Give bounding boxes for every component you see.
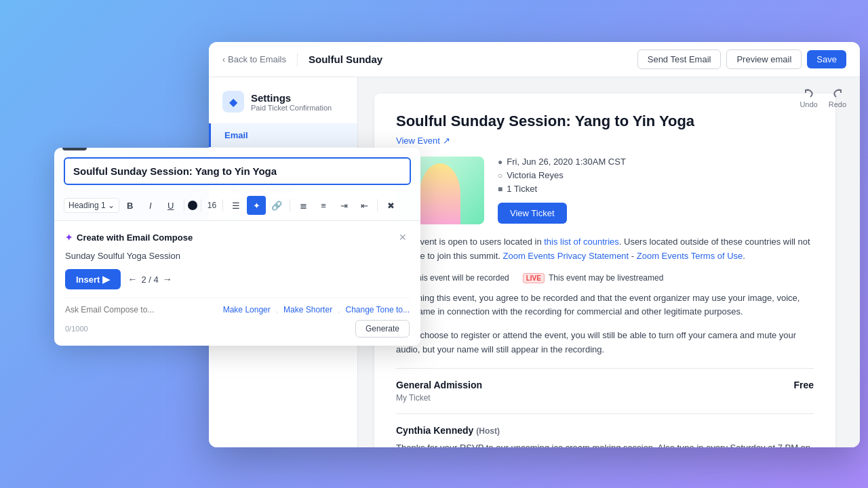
- compose-prompt-row: Make Longer , Make Shorter , Change Tone…: [65, 298, 410, 314]
- date-row: ● Fri, Jun 26, 2020 1:30AM CST: [498, 157, 814, 167]
- pagination-label: 2 / 4: [141, 274, 158, 285]
- sparkle-icon: ✦: [65, 232, 73, 243]
- back-to-emails-link[interactable]: ‹ Back to Emails: [222, 54, 286, 64]
- external-link-icon: ↗: [443, 136, 450, 146]
- redo-button[interactable]: Redo: [829, 88, 846, 108]
- highlight-button[interactable]: ✦: [247, 196, 266, 215]
- event-flags: ▣ This event will be recorded LIVE This …: [396, 273, 814, 283]
- tickets-row: ■ 1 Ticket: [498, 184, 814, 194]
- live-badge: LIVE: [523, 273, 545, 283]
- change-tone-suggestion[interactable]: Change Tone to...: [345, 305, 410, 314]
- camera-notice: If you choose to register or attend the …: [396, 329, 814, 357]
- make-longer-suggestion[interactable]: Make Longer: [223, 305, 271, 314]
- recording-notice: By joining this event, you agree to be r…: [396, 291, 814, 320]
- sidebar-email-label: Email: [224, 130, 248, 140]
- compose-actions-row: Insert ▶ ← 2 / 4 →: [65, 269, 410, 289]
- compose-close-button[interactable]: ✕: [396, 230, 410, 244]
- top-bar-actions: Send Test Email Preview email Save: [637, 49, 846, 69]
- admission-title: General Admission: [396, 380, 482, 390]
- font-size: 16: [205, 201, 219, 210]
- person-silhouette: [420, 163, 460, 224]
- top-bar: ‹ Back to Emails Soulful Sunday Send Tes…: [209, 42, 860, 77]
- sidebar-header: ◆ Settings Paid Ticket Confirmation: [209, 91, 357, 123]
- prev-suggestion-button[interactable]: ←: [127, 274, 137, 285]
- host-name: Cynthia Kennedy (Host): [396, 425, 814, 436]
- compose-footer-row: 0/1000 Generate: [65, 320, 410, 338]
- admission-price: Free: [793, 380, 814, 390]
- indent-button[interactable]: ⇥: [334, 196, 353, 215]
- heading-label: Heading 1: [68, 201, 106, 210]
- toolbar-divider-2: [201, 199, 201, 211]
- body-text-countries: This event is open to users located in t…: [396, 235, 814, 264]
- livestreamed-flag: LIVE This event may be livestreamed: [523, 273, 664, 283]
- insert-button[interactable]: Insert ▶: [65, 269, 121, 289]
- text-badge: Text: [62, 148, 87, 150]
- toolbar-divider-3: [222, 199, 223, 211]
- align-left-button[interactable]: ☰: [226, 196, 245, 215]
- page-title: Soulful Sunday: [309, 54, 629, 65]
- char-counter: 0/1000: [65, 325, 88, 333]
- make-shorter-suggestion[interactable]: Make Shorter: [283, 305, 332, 314]
- top-bar-divider: [297, 53, 298, 66]
- undo-button[interactable]: Undo: [800, 88, 817, 108]
- toolbar-divider-4: [290, 199, 290, 211]
- sidebar-item-email[interactable]: Email: [209, 123, 357, 147]
- save-button[interactable]: Save: [807, 50, 846, 68]
- ticket-icon: ■: [498, 184, 502, 194]
- sidebar-subtitle: Paid Ticket Confirmation: [251, 104, 332, 112]
- sidebar-title: Settings: [251, 92, 332, 104]
- compose-title: ✦ Create with Email Compose: [65, 232, 193, 243]
- outdent-button[interactable]: ⇤: [355, 196, 374, 215]
- host-message: Thanks for your RSVP to our upcoming ice…: [396, 441, 814, 447]
- privacy-link[interactable]: Zoom Events Privacy Statement: [503, 251, 629, 261]
- view-ticket-button[interactable]: View Ticket: [498, 203, 567, 224]
- heading-chevron-icon: ⌄: [108, 201, 115, 210]
- admission-row: General Admission Free: [396, 380, 814, 390]
- person-icon: ○: [498, 171, 502, 180]
- event-details-row: ● Fri, Jun 26, 2020 1:30AM CST ○ Victori…: [396, 157, 814, 224]
- terms-link[interactable]: Zoom Events Terms of Use: [637, 251, 743, 261]
- toolbar-divider-5: [377, 199, 378, 211]
- settings-icon: ◆: [222, 91, 244, 113]
- compose-header: ✦ Create with Email Compose ✕: [65, 230, 410, 244]
- color-dot[interactable]: [188, 201, 197, 210]
- email-heading: Soulful Sunday Session: Yang to Yin Yoga: [396, 113, 814, 130]
- preview-email-button[interactable]: Preview email: [726, 49, 802, 69]
- undo-redo-controls: Undo Redo: [800, 88, 846, 108]
- editor-overlay: Text Heading 1 ⌄ B I U 16 ☰ ✦ 🔗 ≣ ≡ ⇥ ⇤ …: [54, 148, 420, 346]
- section-divider-2: [396, 413, 814, 414]
- event-meta: ● Fri, Jun 26, 2020 1:30AM CST ○ Victori…: [498, 157, 814, 224]
- italic-button[interactable]: I: [141, 196, 160, 215]
- host-row: ○ Victoria Reyes: [498, 170, 814, 180]
- compose-generated-text: Sunday Soulful Yoga Session: [65, 251, 410, 261]
- align-center-button[interactable]: ≣: [294, 196, 313, 215]
- toolbar-divider-1: [184, 199, 184, 211]
- clear-format-button[interactable]: ✖: [381, 196, 400, 215]
- pagination-controls: ← 2 / 4 →: [127, 274, 172, 285]
- heading-selector[interactable]: Heading 1 ⌄: [64, 198, 119, 213]
- generate-button[interactable]: Generate: [355, 320, 410, 338]
- list-button[interactable]: ≡: [314, 196, 333, 215]
- bold-button[interactable]: B: [121, 196, 140, 215]
- section-divider: [396, 368, 814, 369]
- send-test-email-button[interactable]: Send Test Email: [637, 49, 722, 69]
- back-chevron-icon: ‹: [222, 55, 225, 64]
- editor-input-area: [54, 148, 420, 192]
- view-event-link[interactable]: View Event ↗: [396, 136, 814, 146]
- next-suggestion-button[interactable]: →: [163, 274, 172, 285]
- compose-prompt-input[interactable]: [65, 305, 218, 314]
- clock-icon: ●: [498, 157, 502, 167]
- cursor-icon: ▶: [102, 274, 110, 285]
- ticket-label: My Ticket: [396, 393, 814, 403]
- email-preview: Soulful Sunday Session: Yang to Yin Yoga…: [374, 94, 835, 447]
- back-label: Back to Emails: [228, 54, 286, 64]
- underline-button[interactable]: U: [161, 196, 180, 215]
- heading-text-input[interactable]: [64, 157, 411, 185]
- compose-panel: ✦ Create with Email Compose ✕ Sunday Sou…: [54, 221, 420, 346]
- link-button[interactable]: 🔗: [267, 196, 286, 215]
- countries-link[interactable]: this list of countries: [544, 237, 619, 247]
- preview-area: Undo Redo Soulful Sunday Session: Yang t…: [358, 77, 860, 447]
- formatting-toolbar: Heading 1 ⌄ B I U 16 ☰ ✦ 🔗 ≣ ≡ ⇥ ⇤ ✖: [54, 192, 420, 221]
